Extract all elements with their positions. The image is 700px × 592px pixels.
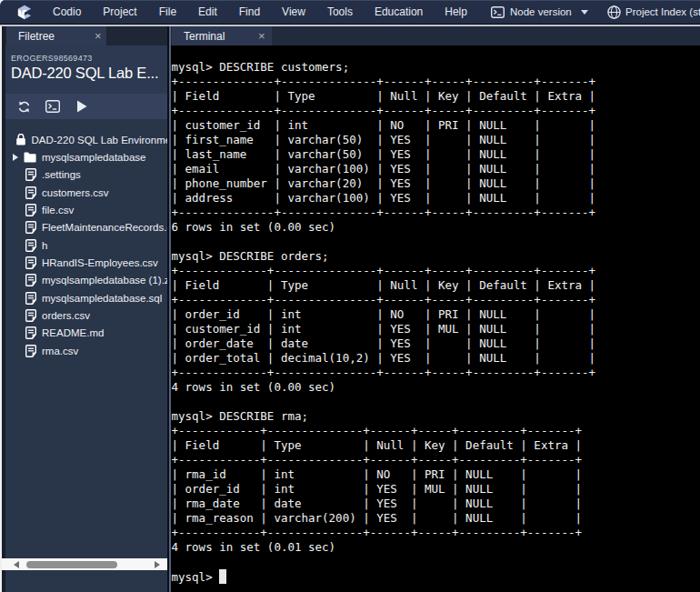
horizontal-scrollbar[interactable] [2, 558, 167, 570]
tree-item-file[interactable]: customers.csv [5, 184, 167, 201]
terminal-line: 6 rows in set (0.00 sec) [172, 220, 700, 235]
tree-item-file[interactable]: FleetMaintenanceRecords.cs [5, 219, 167, 236]
username-label: EROGERS98569473 [11, 54, 167, 64]
refresh-button[interactable] [11, 94, 36, 119]
terminal-line: | phone_number | varchar(20) | YES | | N… [172, 176, 700, 191]
file-icon [25, 309, 36, 322]
tree-item-file[interactable]: mysqlsampledatabase.sql [5, 289, 167, 306]
terminal-line: +------------+--------------+------+----… [172, 526, 700, 540]
tree-item-file[interactable]: rma.csv [5, 342, 167, 359]
terminal-line: | first_name | varchar(50) | YES | | NUL… [172, 133, 700, 147]
folder-icon [24, 152, 36, 163]
tree-item-file[interactable]: .settings [5, 166, 167, 184]
file-icon [25, 256, 36, 269]
terminal-line: | rma_reason | varchar(200) | YES | | NU… [172, 511, 700, 526]
menu-bar: CodioProjectFileEditFindViewToolsEducati… [0, 0, 700, 24]
play-icon [76, 100, 87, 113]
tree-item-folder[interactable]: mysqlsampledatabase [5, 148, 167, 166]
close-icon[interactable]: × [95, 30, 102, 42]
file-icon [25, 292, 36, 305]
terminal-box-icon [45, 100, 60, 113]
tab-filetree-label: Filetree [18, 30, 55, 43]
terminal-line: +-------------+---------------+------+--… [172, 264, 700, 278]
tree-item-label: mysqlsampledatabase (1).zip [42, 275, 167, 286]
file-icon [25, 204, 36, 216]
tree-item-file[interactable]: orders.csv [5, 306, 167, 324]
caret-down-icon [581, 10, 588, 15]
tree-item-label: customers.csv [42, 187, 109, 198]
sidebar-header: EROGERS98569473 DAD-220 SQL Lab E... [5, 45, 167, 94]
scrollbar-thumb[interactable] [26, 561, 117, 568]
lock-icon [16, 134, 25, 145]
file-icon [25, 345, 36, 357]
tree-item-list: mysqlsampledatabase .settings customers.… [5, 148, 167, 359]
terminal-line: +--------------+--------------+------+--… [172, 75, 700, 89]
tree-item-label: mysqlsampledatabase.sql [42, 293, 162, 304]
tree-item-file[interactable]: file.csv [5, 201, 167, 218]
terminal-pane[interactable]: mysql> DESCRIBE customers;+-------------… [171, 45, 700, 592]
terminal-line: mysql> [172, 569, 700, 584]
terminal-line: | Field | Type | Null | Key | Default | … [172, 89, 700, 104]
terminal-line [172, 395, 700, 409]
terminal-line: | rma_date | date | YES | | NULL | | [172, 497, 700, 511]
terminal-line: mysql> DESCRIBE customers; [172, 60, 700, 75]
terminal-line: | order_date | date | YES | | NULL | | [172, 336, 700, 351]
terminal-line [172, 555, 700, 569]
open-terminal-button[interactable] [40, 94, 65, 119]
tree-root-label: DAD-220 SQL Lab Environment [32, 135, 168, 145]
tree-item-file[interactable]: mysqlsampledatabase (1).zip [5, 272, 167, 289]
scroll-right-arrow-icon[interactable] [155, 561, 160, 568]
tree-item-label: FleetMaintenanceRecords.cs [42, 222, 167, 233]
node-version-selector[interactable]: Node version [491, 0, 588, 24]
terminal-line: mysql> DESCRIBE rma; [172, 409, 700, 424]
project-index-button[interactable]: Project Index (sta [607, 0, 700, 24]
terminal-line: | email | varchar(100) | YES | | NULL | … [172, 162, 700, 176]
menubar-right: Node version Project Index (sta [0, 0, 700, 24]
sidebar-tab-bar: Filetree × [5, 26, 167, 45]
terminal-line: | order_total | decimal(10,2) | YES | | … [172, 351, 700, 366]
terminal-line: | Field | Type | Null | Key | Default | … [172, 278, 700, 293]
terminal-line: mysql> DESCRIBE orders; [172, 249, 700, 264]
terminal-cursor [219, 569, 226, 584]
tab-filetree[interactable]: Filetree × [6, 26, 106, 45]
terminal-line: | last_name | varchar(50) | YES | | NULL… [172, 147, 700, 162]
close-icon[interactable]: × [258, 30, 265, 42]
project-title: DAD-220 SQL Lab E... [11, 65, 167, 82]
codio-ide: CodioProjectFileEditFindViewToolsEducati… [0, 0, 700, 592]
tree-item-label: file.csv [42, 205, 74, 216]
terminal-line: | customer_id | int | YES | MUL | NULL |… [172, 322, 700, 336]
tree-root[interactable]: DAD-220 SQL Lab Environment [5, 131, 167, 148]
file-tree: DAD-220 SQL Lab Environment mysqlsampled… [5, 119, 167, 592]
sidebar: EROGERS98569473 DAD-220 SQL Lab E... [5, 45, 167, 592]
globe-icon [607, 5, 621, 19]
node-version-label: Node version [510, 6, 572, 17]
terminal-line: | order_id | int | YES | MUL | NULL | | [172, 482, 700, 497]
terminal-line: +--------------+--------------+------+--… [172, 104, 700, 118]
terminal-line: +------------+--------------+------+----… [172, 424, 700, 438]
chevron-right-icon[interactable] [13, 154, 18, 161]
tree-item-file[interactable]: h [5, 236, 167, 254]
terminal-line: +------------+--------------+------+----… [172, 453, 700, 467]
terminal-line: | order_id | int | NO | PRI | NULL | | [172, 307, 700, 322]
tree-item-file[interactable]: HRandIS-Employees.csv [5, 254, 167, 271]
terminal-box-icon [491, 6, 505, 18]
run-button[interactable] [69, 94, 95, 119]
terminal-tab-bar: Terminal × [170, 26, 700, 45]
tree-item-file[interactable]: README.md [5, 325, 167, 342]
tree-item-label: README.md [42, 327, 104, 338]
terminal-line [172, 235, 700, 249]
terminal-line: | Field | Type | Null | Key | Default | … [172, 438, 700, 453]
tree-item-label: orders.csv [42, 310, 90, 321]
file-icon [25, 168, 36, 181]
file-icon [25, 186, 36, 199]
tree-item-label: rma.csv [42, 346, 78, 356]
terminal-line: | customer_id | int | NO | PRI | NULL | … [172, 118, 700, 133]
refresh-icon [17, 100, 31, 114]
scroll-left-arrow-icon[interactable] [14, 561, 19, 568]
terminal-line: 4 rows in set (0.00 sec) [172, 380, 700, 395]
tab-terminal[interactable]: Terminal × [172, 26, 272, 45]
terminal-line: +--------------+--------------+------+--… [172, 206, 700, 220]
project-index-label: Project Index (sta [625, 6, 700, 17]
file-icon [25, 326, 36, 339]
terminal-line: | rma_id | int | NO | PRI | NULL | | [172, 467, 700, 482]
